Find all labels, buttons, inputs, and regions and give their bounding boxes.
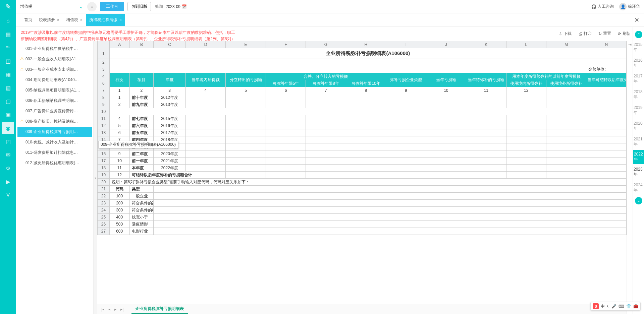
data-cell[interactable]: 11 xyxy=(109,165,129,172)
data-cell[interactable] xyxy=(185,115,225,122)
data-cell[interactable] xyxy=(506,122,546,129)
year-scroll-up-icon[interactable]: ⌃ xyxy=(635,31,642,38)
form-item-1[interactable]: ⚠002-一般企业收入明细表(A1… xyxy=(17,54,92,64)
data-cell[interactable] xyxy=(546,129,586,136)
data-cell[interactable] xyxy=(185,165,225,172)
data-cell[interactable] xyxy=(426,158,466,165)
data-cell[interactable] xyxy=(306,101,346,108)
data-cell[interactable] xyxy=(506,143,546,150)
data-cell[interactable] xyxy=(226,165,266,172)
year-item[interactable]: 2015年 xyxy=(633,40,644,55)
sheet-tab[interactable]: 企业所得税弥补亏损明细表 xyxy=(131,305,188,314)
col-header[interactable]: K xyxy=(466,41,506,48)
data-cell[interactable] xyxy=(466,122,506,129)
data-cell[interactable] xyxy=(386,143,426,150)
data-cell[interactable]: 2013年度 xyxy=(154,101,186,108)
data-cell[interactable] xyxy=(306,172,346,179)
form-item-2[interactable]: ⚠003-一般企业成本支出明细… xyxy=(17,64,92,75)
nav-v-icon[interactable]: V xyxy=(2,189,14,201)
ime-keyboard-icon[interactable]: ⌨ xyxy=(619,304,624,309)
data-cell[interactable] xyxy=(266,165,306,172)
data-cell[interactable]: 6 xyxy=(109,129,129,136)
data-cell[interactable] xyxy=(586,122,627,129)
tab-3[interactable]: 所得税汇算清缴× xyxy=(86,14,125,26)
data-cell[interactable]: 可结转以后年度弥补的亏损额合计 xyxy=(129,172,226,179)
data-cell[interactable] xyxy=(346,136,386,143)
ime-toolbar[interactable]: S 中 •, 🎤 ⌨ 👕 🧰 xyxy=(590,302,641,311)
col-header[interactable]: M xyxy=(546,41,586,48)
data-cell[interactable] xyxy=(546,172,586,179)
data-cell[interactable] xyxy=(266,158,306,165)
sheet-prev-icon[interactable]: ◂ xyxy=(107,307,112,312)
data-cell[interactable]: 2012年度 xyxy=(154,94,186,101)
nav-form-icon[interactable]: ▢ xyxy=(2,95,14,107)
data-cell[interactable] xyxy=(506,150,546,158)
data-cell[interactable] xyxy=(546,165,586,172)
data-cell[interactable] xyxy=(266,143,306,150)
tab-2[interactable]: 增值税× xyxy=(63,14,86,26)
form-item-11[interactable]: 012-减免所得税优惠明细表(… xyxy=(17,158,92,168)
data-cell[interactable] xyxy=(306,150,346,158)
module-dropdown[interactable]: 增值税 ⌄ xyxy=(20,4,83,9)
col-header[interactable]: F xyxy=(266,41,306,48)
form-item-4[interactable]: 005-纳税调整项目明细表(A1… xyxy=(17,85,92,96)
data-cell[interactable]: 前九年度 xyxy=(129,101,154,108)
data-cell[interactable] xyxy=(506,165,546,172)
data-cell[interactable] xyxy=(185,122,225,129)
data-cell[interactable] xyxy=(546,94,586,101)
data-cell[interactable] xyxy=(226,150,266,158)
year-item[interactable]: 2023年 xyxy=(633,164,644,180)
refresh-button[interactable]: ⟳刷新 xyxy=(618,31,631,37)
data-cell[interactable] xyxy=(226,136,266,143)
data-cell[interactable]: 前五年度 xyxy=(129,129,154,136)
data-cell[interactable] xyxy=(346,165,386,172)
form-item-8[interactable]: 009-企业所得税弥补亏损明… xyxy=(17,127,92,137)
data-cell[interactable] xyxy=(546,101,586,108)
spreadsheet[interactable]: ABCDEFGHIJKLMN1企业所得税弥补亏损明细表(A106000)23金额… xyxy=(97,41,627,304)
data-cell[interactable] xyxy=(226,129,266,136)
data-cell[interactable] xyxy=(386,94,426,101)
data-cell[interactable] xyxy=(306,94,346,101)
data-cell[interactable] xyxy=(426,115,466,122)
col-header[interactable]: J xyxy=(426,41,466,48)
data-cell[interactable] xyxy=(426,172,466,179)
data-cell[interactable] xyxy=(386,115,426,122)
data-cell[interactable] xyxy=(586,115,627,122)
data-cell[interactable] xyxy=(506,172,546,179)
data-cell[interactable]: 前二年度 xyxy=(129,150,154,158)
data-cell[interactable] xyxy=(226,101,266,108)
data-cell[interactable] xyxy=(306,122,346,129)
data-cell[interactable]: 前六年度 xyxy=(129,122,154,129)
data-cell[interactable] xyxy=(466,115,506,122)
data-cell[interactable] xyxy=(426,122,466,129)
data-cell[interactable] xyxy=(506,94,546,101)
data-cell[interactable] xyxy=(386,165,426,172)
year-item[interactable]: 2021年 xyxy=(633,134,644,150)
data-cell[interactable] xyxy=(185,158,225,165)
print-button[interactable]: 🖨打印 xyxy=(578,31,592,37)
data-cell[interactable] xyxy=(386,101,426,108)
data-cell[interactable]: 前七年度 xyxy=(129,115,154,122)
col-header[interactable]: N xyxy=(586,41,627,48)
data-cell[interactable] xyxy=(386,136,426,143)
nav-mail-icon[interactable]: ✉ xyxy=(2,149,14,161)
data-cell[interactable]: 10 xyxy=(109,158,129,165)
data-cell[interactable] xyxy=(546,136,586,143)
col-header[interactable]: G xyxy=(306,41,346,48)
data-cell[interactable] xyxy=(506,136,546,143)
sheet-first-icon[interactable]: |◂ xyxy=(100,307,106,312)
year-item[interactable]: 2016年 xyxy=(633,55,644,71)
data-cell[interactable] xyxy=(466,158,506,165)
nav-ledger-icon[interactable]: ▤ xyxy=(2,28,14,40)
data-cell[interactable]: 本年度 xyxy=(129,165,154,172)
form-item-3[interactable]: 004-期间费用明细表(A1040… xyxy=(17,75,92,85)
data-cell[interactable] xyxy=(386,150,426,158)
form-item-0[interactable]: 001-企业所得税年度纳税申… xyxy=(17,44,92,54)
tab-0[interactable]: 首页 xyxy=(21,14,36,26)
data-cell[interactable] xyxy=(506,101,546,108)
sheet-next-icon[interactable]: ▸ xyxy=(113,307,118,312)
data-cell[interactable] xyxy=(306,136,346,143)
data-cell[interactable]: 5 xyxy=(109,122,129,129)
nav-tax-icon[interactable]: ◉ xyxy=(2,122,14,134)
header-round-button[interactable]: ≡ xyxy=(87,2,97,11)
